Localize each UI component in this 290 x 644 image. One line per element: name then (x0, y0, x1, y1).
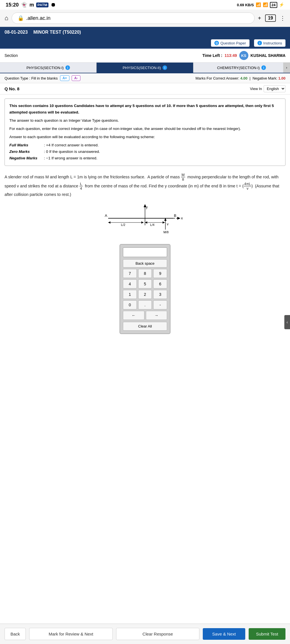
negative-marks-value-table: : −1 If wrong answer is entered. (44, 155, 97, 162)
calc-row-789: 7 8 9 (123, 269, 167, 278)
exam-header: 08-01-2023 MINOR TEST (T50220) (0, 27, 290, 38)
svg-marker-4 (177, 217, 180, 220)
more-icon[interactable]: ⋮ (280, 15, 285, 22)
calc-btn-1[interactable]: 1 (123, 290, 137, 299)
save-next-button[interactable]: Save & Next (203, 628, 245, 640)
question-text: A slender rod of mass M and length L = 1… (5, 173, 285, 198)
home-icon[interactable]: ⌂ (5, 14, 8, 22)
tab-physics-section-2[interactable]: PHYSICS(SECTION-II) i (97, 63, 193, 73)
badge-a-minus[interactable]: A- (72, 75, 80, 81)
calculator: Back space 7 8 9 4 5 6 1 2 3 0 . - (120, 244, 170, 334)
submit-test-button[interactable]: Submit Test (249, 628, 285, 640)
calc-btn-5[interactable]: 5 (138, 279, 152, 288)
instruction-line1: This section contains 10 questions Candi… (9, 103, 281, 116)
tab-count[interactable]: 19 (265, 14, 276, 22)
calc-btn-2[interactable]: 2 (138, 290, 152, 299)
time-left-value: 113:49 (225, 53, 237, 58)
calc-btn-3[interactable]: 3 (153, 290, 167, 299)
back-button[interactable]: Back (5, 628, 26, 640)
instruction-line2: The answer to each question is an Intege… (9, 117, 281, 124)
question-paper-button[interactable]: Q Question Paper (211, 39, 249, 47)
side-arrow[interactable]: ‹ (284, 315, 290, 329)
bottom-nav: Back Mark for Review & Next Clear Respon… (0, 624, 290, 644)
wifi-icon: 📶 (256, 2, 261, 7)
calc-row-123: 1 2 3 (123, 290, 167, 299)
calc-btn-4[interactable]: 4 (123, 279, 137, 288)
calc-display (123, 247, 167, 257)
view-in-label: View In (250, 87, 262, 91)
tab-physics-1-label: PHYSICS(SECTION-I) (26, 66, 63, 70)
battery-indicator: 24 (270, 2, 277, 8)
svg-text:x: x (181, 216, 183, 220)
calc-btn-right-arrow[interactable]: → (146, 311, 167, 320)
svg-text:L/2: L/2 (121, 223, 125, 226)
clear-response-button[interactable]: Clear Response (116, 628, 199, 640)
url-bar[interactable]: 🔒 .allen.ac.in (12, 12, 254, 24)
calculator-container: Back space 7 8 9 4 5 6 1 2 3 0 . - (5, 244, 285, 334)
calc-btn-0[interactable]: 0 (123, 300, 137, 309)
svg-text:L/4: L/4 (150, 223, 154, 226)
calc-clear-all-button[interactable]: Clear All (123, 322, 167, 331)
section-tabs: PHYSICS(SECTION-I) i PHYSICS(SECTION-II)… (0, 63, 290, 73)
url-text: .allen.ac.in (26, 15, 50, 21)
signal-icon: 📶 (263, 2, 268, 7)
mark-review-button[interactable]: Mark for Review & Next (29, 628, 112, 640)
record-icon: ⏺ (51, 2, 56, 8)
zero-marks-value: : 0 If the question is unanswered. (44, 149, 100, 155)
exam-header-actions: Q Question Paper i Instructions (0, 38, 290, 49)
q-number-bar: Q No. 8 View In English (0, 83, 290, 95)
paytm-icon: PATM (36, 3, 48, 7)
status-left: 15:20 👻 m PATM ⏺ (6, 2, 56, 8)
lock-icon: 🔒 (18, 15, 24, 21)
svg-text:y: y (146, 205, 148, 209)
question-paper-icon: Q (214, 41, 219, 45)
calc-row-0dot-minus: 0 . - (123, 300, 167, 309)
zero-marks-label: Zero Marks (9, 149, 40, 155)
section-tabs-next-arrow[interactable]: › (283, 63, 290, 73)
calc-btn-dot[interactable]: . (138, 300, 152, 309)
marks-correct-label: Marks For Correct Answer: (195, 76, 239, 80)
content-spacer (0, 345, 290, 544)
q-number: Q No. 8 (5, 86, 20, 91)
tab-chemistry-1-label: CHEMISTRY(SECTION-I) (217, 66, 260, 70)
tab-physics-1-info-icon[interactable]: i (65, 65, 70, 70)
status-right: 0.69 KB/S 📶 📶 24 ⚡ (237, 2, 284, 8)
calc-btn-6[interactable]: 6 (153, 279, 167, 288)
time-left-label: Time Left : (202, 53, 222, 58)
ghost-icon: 👻 (21, 2, 27, 8)
full-marks-value: : +4 If correct answer is entered. (44, 142, 99, 149)
calc-btn-9[interactable]: 9 (153, 269, 167, 278)
marks-info: Marks For Correct Answer: 4.00 | Negativ… (195, 76, 285, 80)
calc-row-arrows: ← → (123, 311, 167, 320)
calc-btn-7[interactable]: 7 (123, 269, 137, 278)
fraction-4piL: 4πLv (244, 182, 251, 191)
svg-marker-15 (163, 221, 165, 224)
qt-left: Question Type : Fill in the blanks A+ A- (5, 75, 80, 81)
svg-text:B: B (174, 213, 176, 218)
fraction-m8: M8 (181, 173, 185, 182)
tab-chemistry-1-info-icon[interactable]: i (261, 65, 266, 70)
exam-date: 08-01-2023 (5, 30, 28, 35)
tab-chemistry-section-1[interactable]: CHEMISTRY(SECTION-I) i (193, 63, 290, 73)
calc-btn-minus[interactable]: - (153, 300, 167, 309)
svg-marker-10 (108, 221, 110, 224)
diagram-container: y x A B L/2 L/4 v M/8 (5, 203, 285, 239)
instruction-line3: For each question, enter the correct int… (9, 126, 281, 132)
plus-icon[interactable]: + (258, 15, 261, 22)
question-type-bar: Question Type : Fill in the blanks A+ A-… (0, 73, 290, 83)
instructions-button[interactable]: i Instructions (254, 39, 285, 47)
negative-marks-value: 1.00 (278, 76, 285, 80)
calc-btn-8[interactable]: 8 (138, 269, 152, 278)
svg-text:v: v (167, 222, 169, 226)
charging-icon: ⚡ (279, 2, 284, 7)
view-in: View In English (250, 85, 285, 92)
language-select[interactable]: English (264, 85, 285, 92)
badge-a-plus[interactable]: A+ (60, 75, 70, 81)
backspace-button[interactable]: Back space (123, 259, 167, 268)
m-icon: m (29, 2, 34, 8)
calc-btn-left-arrow[interactable]: ← (123, 311, 144, 320)
section-label: Section (5, 53, 18, 58)
user-info: Time Left : 113:49 KS KUSHAL SHARMA (202, 51, 285, 60)
tab-physics-2-info-icon[interactable]: i (163, 65, 167, 70)
tab-physics-section-1[interactable]: PHYSICS(SECTION-I) i (0, 63, 97, 73)
